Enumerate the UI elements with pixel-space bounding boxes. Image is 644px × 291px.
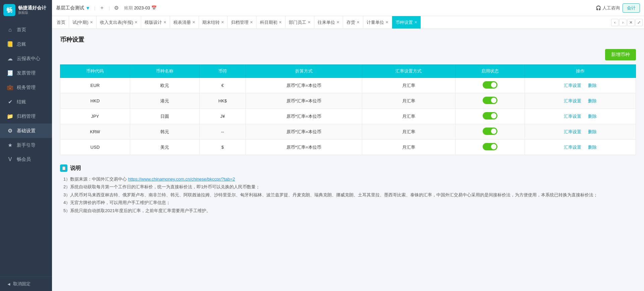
tab-inventory-label: 存货 [346, 19, 355, 26]
cell-status [455, 93, 525, 109]
sidebar-item-tax[interactable]: 💼 税务管理 [0, 80, 52, 95]
tab-archive[interactable]: 归档管理 ✕ [228, 16, 257, 29]
tab-expand-button[interactable]: ⤢ [635, 19, 643, 26]
sidebar-item-invoice[interactable]: 🧾 发票管理 [0, 66, 52, 80]
status-toggle[interactable] [483, 128, 497, 135]
logo-text: 畅捷通好会计 [18, 5, 46, 11]
note-item-4: 4）无官方牌价的币种，可以用用户手工维护汇率信息； [63, 199, 636, 206]
col-header-symbol: 币符 [200, 65, 246, 78]
cell-code: HKD [60, 93, 130, 109]
rate-settings-button[interactable]: 汇率设置 [564, 113, 581, 119]
cell-rate-type: 月汇率 [362, 109, 455, 124]
company-settings-icon[interactable]: ⚙ [114, 5, 119, 11]
rate-settings-button[interactable]: 汇率设置 [564, 98, 581, 104]
account-button[interactable]: 会计 [623, 3, 640, 13]
status-toggle[interactable] [483, 143, 497, 150]
note-item-3: 3）人民币对马来西亚林吉特、俄罗斯卢布、南非兰特、韩元、阿联酋迪拉姆、沙特里亚尔… [63, 191, 636, 199]
archive-icon: 📁 [7, 113, 13, 119]
tab-unit-close[interactable]: ✕ [385, 20, 388, 25]
delete-button[interactable]: 删除 [588, 129, 597, 135]
tab-trial[interactable]: 试(中期) ✕ [69, 16, 97, 29]
tab-income-label: 收入支出表(年报) [100, 19, 133, 26]
notes-title: 📋 说明 [60, 164, 636, 172]
col-header-status: 启用状态 [455, 65, 525, 78]
delete-button[interactable]: 删除 [588, 113, 597, 119]
delete-button[interactable]: 删除 [588, 98, 597, 104]
help-button[interactable]: 🎧 人工咨询 [596, 5, 620, 11]
delete-button[interactable]: 删除 [588, 83, 597, 89]
tab-home[interactable]: 首页 [53, 16, 69, 29]
status-toggle[interactable] [483, 97, 497, 104]
col-header-name: 币种名称 [130, 65, 200, 78]
cell-action: 汇率设置 删除 [525, 124, 636, 140]
tab-inventory[interactable]: 存货 ✕ [343, 16, 363, 29]
sidebar-item-archive[interactable]: 📁 归档管理 [0, 109, 52, 124]
sidebar-item-close[interactable]: ✔ 结账 [0, 95, 52, 109]
sidebar-item-home[interactable]: ⌂ 首页 [0, 23, 52, 37]
tab-closeall-button[interactable]: ✕ [627, 19, 635, 26]
topbar-sep1: | [94, 5, 95, 10]
sidebar-item-member[interactable]: V 畅会员 [0, 152, 52, 166]
sidebar-pin-toggle[interactable]: ◄ 取消固定 [0, 277, 52, 291]
cell-symbol: € [200, 78, 246, 93]
note-item-1: 1）数据来源：中国外汇交易中心 https://www.chinamoney.c… [63, 175, 636, 183]
tab-contacts-close[interactable]: ✕ [336, 20, 339, 25]
col-header-code: 币种代码 [60, 65, 130, 78]
tab-dept[interactable]: 部门员工 ✕ [285, 16, 314, 29]
tab-trial-close[interactable]: ✕ [90, 20, 93, 25]
tab-next-button[interactable]: › [619, 19, 627, 26]
content-area: 币种设置 新增币种 币种代码 币种名称 币符 折算方式 汇率设置方式 启用状态 … [52, 29, 644, 291]
new-currency-button[interactable]: 新增币种 [605, 49, 636, 60]
close-period-icon: ✔ [7, 99, 13, 105]
rate-settings-button[interactable]: 汇率设置 [564, 83, 581, 89]
tab-dept-close[interactable]: ✕ [308, 20, 311, 25]
tab-period-end-close[interactable]: ✕ [221, 20, 224, 25]
headset-icon: 🎧 [596, 5, 601, 10]
tab-tax-close[interactable]: ✕ [192, 20, 195, 25]
status-toggle[interactable] [483, 81, 497, 89]
calendar-icon[interactable]: 📅 [151, 5, 157, 10]
sidebar-item-guide[interactable]: ★ 新手引导 [0, 138, 52, 152]
main-area: 基层工会测试 ▼ | ＋ | ⚙ 账期 2023-03 📅 🎧 人工咨询 会计 … [52, 0, 644, 291]
sidebar-label-ledger: 总账 [17, 41, 26, 47]
tab-contacts[interactable]: 往来单位 ✕ [314, 16, 343, 29]
tab-unit[interactable]: 计量单位 ✕ [363, 16, 392, 29]
table-row: EUR 欧元 € 原币*汇率=本位币 月汇率 汇率设置 删除 [60, 78, 636, 93]
tab-template-label: 模版设计 [145, 19, 162, 26]
tab-template[interactable]: 模版设计 ✕ [141, 16, 170, 29]
sidebar-item-reports[interactable]: ☁ 云报表中心 [0, 51, 52, 66]
delete-button[interactable]: 删除 [588, 144, 597, 150]
tab-currency-close[interactable]: ✕ [414, 20, 417, 25]
tab-period-end[interactable]: 期末结转 ✕ [199, 16, 228, 29]
tab-prev-button[interactable]: ‹ [611, 19, 619, 26]
cell-status [455, 124, 525, 140]
tabbar: 首页 试(中期) ✕ 收入支出表(年报) ✕ 模版设计 ✕ 税表清册 ✕ 期末结… [52, 16, 644, 29]
add-company-icon[interactable]: ＋ [99, 4, 105, 11]
tab-currency[interactable]: 币种设置 ✕ [392, 16, 421, 29]
notes-link[interactable]: https://www.chinamoney.com.cn/chinese/bk… [128, 177, 235, 182]
cell-action: 汇率设置 删除 [525, 140, 636, 155]
tab-template-close[interactable]: ✕ [163, 20, 166, 25]
cell-calc: 原币*汇率=本位币 [246, 140, 362, 155]
tab-inventory-close[interactable]: ✕ [357, 20, 360, 25]
tab-archive-close[interactable]: ✕ [250, 20, 253, 25]
rate-settings-button[interactable]: 汇率设置 [564, 144, 581, 150]
topbar-sep2: | [109, 5, 110, 10]
sidebar-label-close: 结账 [17, 99, 26, 105]
tab-income-close[interactable]: ✕ [135, 20, 138, 25]
tab-income[interactable]: 收入支出表(年报) ✕ [97, 16, 142, 29]
status-toggle[interactable] [483, 112, 497, 119]
company-selector[interactable]: 基层工会测试 ▼ [56, 5, 90, 11]
tab-subjects[interactable]: 科目期初 ✕ [257, 16, 285, 29]
cell-action: 汇率设置 删除 [525, 93, 636, 109]
cell-code: USD [60, 140, 130, 155]
sidebar-item-settings[interactable]: ⚙ 基础设置 [0, 124, 52, 138]
sidebar-item-ledger[interactable]: 📒 总账 [0, 37, 52, 51]
tab-tax-label: 税表清册 [173, 19, 191, 26]
guide-icon: ★ [7, 142, 13, 148]
rate-settings-button[interactable]: 汇率设置 [564, 129, 581, 135]
tab-subjects-close[interactable]: ✕ [279, 20, 282, 25]
tab-tax[interactable]: 税表清册 ✕ [170, 16, 199, 29]
cell-symbol: J¥ [200, 109, 246, 124]
cell-calc: 原币*汇率=本位币 [246, 124, 362, 140]
